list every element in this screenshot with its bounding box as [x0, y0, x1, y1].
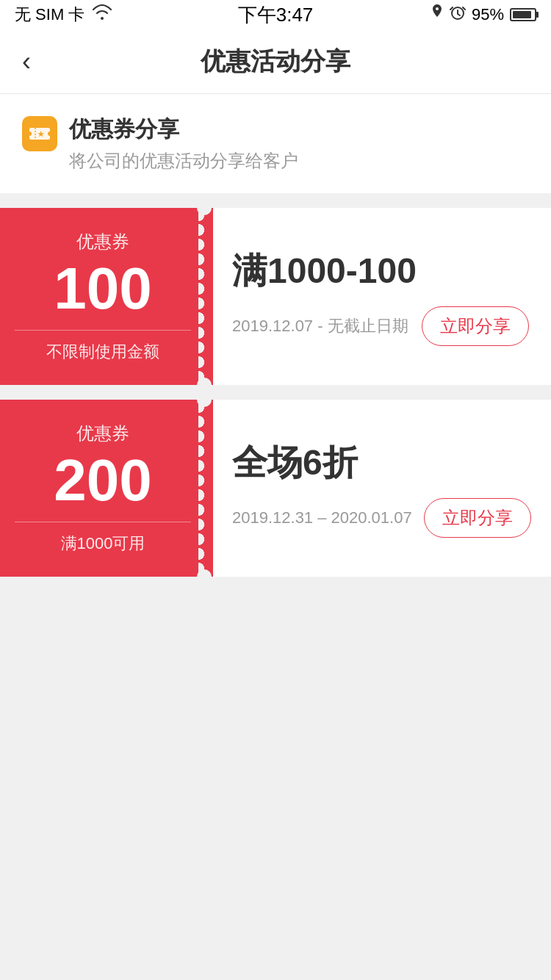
- coupon-amount-2: 200: [54, 451, 151, 510]
- coupon-title-2: 全场6折: [232, 439, 529, 486]
- coupon-notch-bottom-2: [197, 569, 212, 584]
- coupon-left-2: 优惠券 200 满1000可用: [0, 400, 206, 577]
- coupon-notch-top: [197, 201, 212, 215]
- coupon-card: 优惠券 100 不限制使用金额 满1000-100 2019.12.07 - 无…: [0, 208, 551, 385]
- status-time: 下午3:47: [238, 2, 314, 28]
- status-right: 95%: [431, 4, 536, 25]
- coupon-title-1: 满1000-100: [232, 248, 529, 295]
- coupon-card-2: 优惠券 200 满1000可用 全场6折 2019.12.31 – 2020.0…: [0, 400, 551, 577]
- coupon-condition-1: 不限制使用金额: [46, 341, 159, 363]
- coupon-right-1: 满1000-100 2019.12.07 - 无截止日期 立即分享: [206, 208, 551, 385]
- coupon-divider-1: [15, 330, 191, 331]
- section-subtitle: 将公司的优惠活动分享给客户: [69, 149, 298, 173]
- location-icon: [431, 4, 444, 25]
- carrier-text: 无 SIM 卡: [15, 4, 84, 26]
- nav-bar: ‹ 优惠活动分享: [0, 29, 551, 94]
- coupon-date-1: 2019.12.07 - 无截止日期: [232, 315, 408, 337]
- coupon-date-2: 2019.12.31 – 2020.01.07: [232, 508, 412, 527]
- coupon-right-2: 全场6折 2019.12.31 – 2020.01.07 立即分享: [206, 400, 551, 577]
- coupon-notch-top-2: [197, 392, 212, 407]
- battery-percent: 95%: [472, 5, 504, 24]
- svg-text:★: ★: [37, 130, 45, 138]
- coupon-condition-2: 满1000可用: [61, 533, 145, 555]
- section-header: ★ 优惠券分享 将公司的优惠活动分享给客户: [0, 94, 551, 193]
- coupon-label-1: 优惠券: [76, 230, 129, 253]
- section-title: 优惠券分享: [69, 115, 298, 145]
- battery-icon: [510, 8, 536, 21]
- nav-title: 优惠活动分享: [201, 45, 350, 79]
- alarm-icon: [450, 4, 466, 25]
- coupon-list: 优惠券 100 不限制使用金额 满1000-100 2019.12.07 - 无…: [0, 193, 551, 591]
- coupon-notch-bottom: [197, 378, 212, 392]
- status-left: 无 SIM 卡: [15, 4, 112, 26]
- coupon-left-1: 优惠券 100 不限制使用金额: [0, 208, 206, 385]
- share-button-1[interactable]: 立即分享: [422, 306, 529, 346]
- coupon-label-2: 优惠券: [76, 422, 129, 445]
- back-button[interactable]: ‹: [22, 46, 31, 77]
- status-bar: 无 SIM 卡 下午3:47 95%: [0, 0, 551, 29]
- coupon-meta-1: 2019.12.07 - 无截止日期 立即分享: [232, 306, 529, 346]
- section-text: 优惠券分享 将公司的优惠活动分享给客户: [69, 115, 298, 173]
- coupon-amount-1: 100: [54, 259, 151, 318]
- share-button-2[interactable]: 立即分享: [424, 498, 531, 538]
- coupon-icon: ★: [22, 116, 57, 151]
- coupon-meta-2: 2019.12.31 – 2020.01.07 立即分享: [232, 498, 529, 538]
- coupon-divider-2: [15, 522, 191, 522]
- wifi-icon: [92, 4, 112, 25]
